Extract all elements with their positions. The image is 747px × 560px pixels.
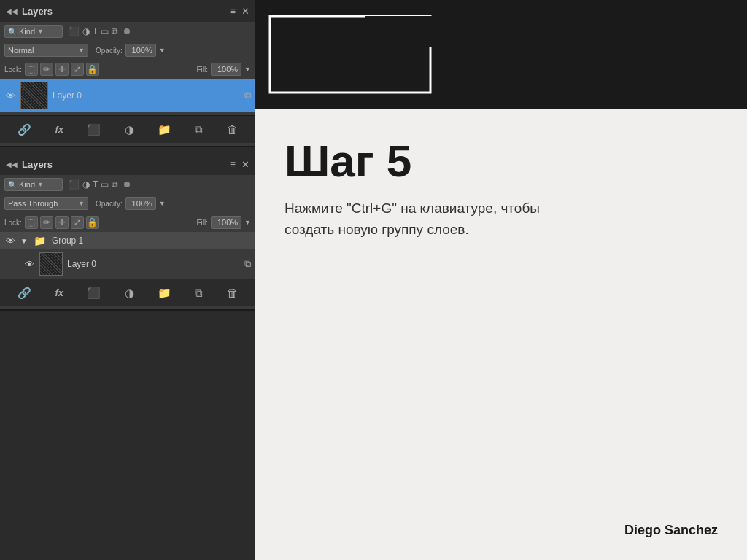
panel-1-layers-list: 👁 Layer 0 ⧉ [0,79,255,115]
layer-0-thumb-noise-2 [40,253,62,275]
fill-arrow-icon[interactable]: ▼ [244,66,251,73]
adjustment-filter-icon[interactable]: ◑ [82,26,90,36]
group-expand-arrow[interactable]: ▼ [20,237,28,245]
left-panel: ◀◀ Layers ≡ ✕ 🔍 Kind ▼ ⬛ ◑ T ▭ ⧉ [0,0,255,560]
panel-1-kind-icons: ⬛ ◑ T ▭ ⧉ [69,26,130,36]
panel-2-kind-dropdown[interactable]: 🔍 Kind ▼ [4,178,63,191]
lock-artboard-icon-2[interactable]: ✛ [55,216,69,229]
panel-2-blend-mode-dropdown[interactable]: Pass Through ▼ [4,197,88,210]
lock-artboard-icon[interactable]: ✛ [55,63,69,76]
panel-1-opacity-group: Opacity: 100% ▼ [96,44,166,57]
new-layer-icon[interactable]: ⧉ [195,123,203,136]
new-fill-adjustment-icon-2[interactable]: ⬛ [87,287,101,300]
link-layers-icon[interactable]: 🔗 [18,123,31,136]
panel-1-layer-0[interactable]: 👁 Layer 0 ⧉ [0,79,255,112]
delete-layer-icon-2[interactable]: 🗑 [227,287,238,299]
lock-transform-icon[interactable]: ⤢ [71,63,84,76]
group-1-name: Group 1 [52,236,251,246]
panel-2-title: Layers [22,159,53,170]
content-area: Шаг 5 Нажмите "Ctrl+G" на клавиатуре, чт… [255,109,747,560]
panel-1-blend-mode-dropdown[interactable]: Normal ▼ [4,44,88,57]
smart-filter-icon-2[interactable]: ⧉ [112,179,118,190]
layer-0-visibility-icon[interactable]: 👁 [4,90,16,101]
opacity-arrow-icon[interactable]: ▼ [159,47,166,54]
new-group-icon[interactable]: 📁 [158,123,171,136]
panel-2-opacity-group: Opacity: 100% ▼ [96,197,166,210]
step-content: Шаг 5 Нажмите "Ctrl+G" на клавиатуре, чт… [285,139,718,240]
group-1-visibility-icon[interactable]: 👁 [4,236,16,246]
panel-2-collapse-arrows[interactable]: ◀◀ [6,160,18,168]
smart-filter-icon[interactable]: ⧉ [112,26,118,36]
layer-0-name: Layer 0 [53,90,240,101]
shape-filter-icon-2[interactable]: ▭ [101,179,109,190]
layer-0-copy-icon-2[interactable]: ⧉ [244,258,251,270]
new-layer-mask-icon[interactable]: ◑ [125,123,134,136]
panel-2-lock-row: Lock: ⬚ ✏ ✛ ⤢ 🔒 Fill: 100% ▼ [0,213,255,232]
lock-transform-icon-2[interactable]: ⤢ [71,216,84,229]
kind-chevron-2: ▼ [37,181,44,188]
link-layers-icon-2[interactable]: 🔗 [18,287,31,300]
panel-2-opacity-input[interactable]: 100% [125,197,156,210]
layer-0-thumbnail [20,82,48,109]
panel-1-menu-icon[interactable]: ≡ [230,5,236,17]
blend-mode-value: Normal [8,46,34,55]
lock-position-icon-2[interactable]: ✏ [40,216,53,229]
opacity-arrow-icon-2[interactable]: ▼ [159,200,166,207]
blend-chevron-2: ▼ [78,200,85,207]
new-fill-adjustment-icon[interactable]: ⬛ [87,123,101,136]
panel-2-group-1[interactable]: 👁 ▼ 📁 Group 1 [0,232,255,249]
lock-position-icon[interactable]: ✏ [40,63,53,76]
new-layer-mask-icon-2[interactable]: ◑ [125,287,134,300]
kind-active-dot [124,28,130,34]
new-group-icon-2[interactable]: 📁 [158,287,171,300]
panel-1-lock-row: Lock: ⬚ ✏ ✛ ⤢ 🔒 Fill: 100% ▼ [0,60,255,79]
panel-1-collapse-arrows[interactable]: ◀◀ [6,7,18,15]
layer-0-copy-icon[interactable]: ⧉ [244,90,251,101]
top-graphic [255,0,747,109]
lock-label: Lock: [4,66,22,74]
kind-label-2: Kind [19,180,35,189]
fill-label-2: Fill: [197,219,209,227]
panel-1-blend-row: Normal ▼ Opacity: 100% ▼ [0,41,255,60]
delete-layer-icon[interactable]: 🗑 [227,123,238,136]
fill-arrow-icon-2[interactable]: ▼ [244,219,251,226]
pixel-filter-icon-2[interactable]: ⬛ [69,179,80,190]
layer-0-visibility-icon-2[interactable]: 👁 [23,259,35,270]
panel-2-lock-icons: ⬚ ✏ ✛ ⤢ 🔒 [25,216,99,229]
panel-1-close-icon[interactable]: ✕ [241,6,249,17]
shape-filter-icon[interactable]: ▭ [101,26,109,36]
panel-1-bottom-bar: 🔗 fx ⬛ ◑ 📁 ⧉ 🗑 [0,115,255,143]
panel-2-fill-group: Fill: 100% ▼ [197,216,251,229]
lock-all-icon[interactable]: 🔒 [86,63,99,76]
panel-1-search-row: 🔍 Kind ▼ ⬛ ◑ T ▭ ⧉ [0,22,255,41]
panel-1-fill-group: Fill: 100% ▼ [197,63,251,76]
lock-label-2: Lock: [4,219,22,227]
panel-1-opacity-input[interactable]: 100% [125,44,156,57]
layer-0-thumbnail-2 [39,252,63,276]
lock-pixels-icon[interactable]: ⬚ [25,63,38,76]
panel-1-fill-input[interactable]: 100% [211,63,241,76]
lock-pixels-icon-2[interactable]: ⬚ [25,216,38,229]
step-title: Шаг 5 [285,139,718,184]
adjustment-filter-icon-2[interactable]: ◑ [82,179,90,190]
kind-label: Kind [19,27,35,36]
pixel-filter-icon[interactable]: ⬛ [69,26,80,36]
panel-1-kind-dropdown[interactable]: 🔍 Kind ▼ [4,25,63,38]
text-filter-icon-2[interactable]: T [93,179,98,190]
group-folder-icon: 📁 [34,235,46,246]
panel-1-title: Layers [22,6,53,17]
new-layer-icon-2[interactable]: ⧉ [195,287,203,300]
text-filter-icon[interactable]: T [93,26,98,36]
panel-2-close-icon[interactable]: ✕ [241,159,249,170]
panel-2-layer-0[interactable]: 👁 Layer 0 ⧉ [0,249,255,279]
blend-chevron: ▼ [78,47,85,54]
search-icon-2: 🔍 [8,181,17,189]
panel-2-fill-input[interactable]: 100% [211,216,241,229]
panel-2-kind-icons: ⬛ ◑ T ▭ ⧉ [69,179,130,190]
panel-2-menu-icon[interactable]: ≡ [230,158,236,170]
lock-all-icon-2[interactable]: 🔒 [86,216,99,229]
panel-2-blend-row: Pass Through ▼ Opacity: 100% ▼ [0,194,255,213]
layer-effects-icon-2[interactable]: fx [55,287,64,298]
kind-active-dot-2 [124,182,130,187]
layer-effects-icon[interactable]: fx [55,124,64,135]
